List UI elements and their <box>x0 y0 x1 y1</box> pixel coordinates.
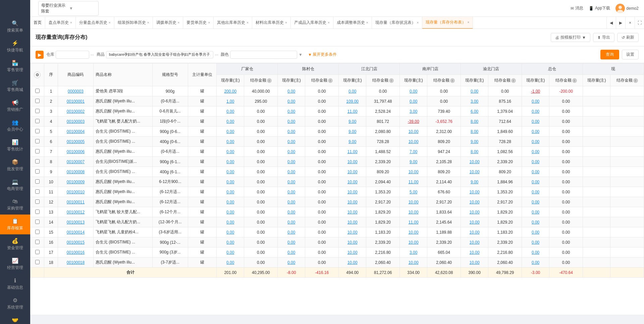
row-wh4-qty[interactable]: 10.00 <box>400 207 427 217</box>
row-wh1-qty[interactable]: 0.00 <box>217 227 244 237</box>
row-wh5-qty[interactable]: 6.00 <box>461 106 488 117</box>
row-wh5-qty[interactable]: 10.00 <box>461 187 488 197</box>
row-wh3-qty[interactable]: 10.00 <box>339 157 366 167</box>
row-wh4-qty[interactable]: -39.00 <box>400 117 427 127</box>
tab-stocktake-history[interactable]: 盘点单历史 × <box>45 17 76 29</box>
row-wh4-qty[interactable]: 0.00 <box>400 86 427 96</box>
row-wh4-qty[interactable]: 7.00 <box>400 147 427 157</box>
row-code[interactable]: 00100003 <box>58 117 94 127</box>
tab-material-outbound[interactable]: 材料出库单历史 × <box>252 17 291 29</box>
sidebar-item-collab[interactable]: 🤝 企业协同 <box>0 314 30 324</box>
row-total-qty[interactable]: 0.00 <box>522 167 549 177</box>
row-wh3-qty[interactable]: 10.00 <box>339 227 366 237</box>
row-total-qty[interactable]: 0.00 <box>522 106 549 117</box>
row-wh2-qty[interactable]: 0.00 <box>278 127 305 137</box>
row-wh3-qty[interactable]: 10.00 <box>339 217 366 227</box>
row-code[interactable]: 00100010 <box>58 187 94 197</box>
row-code[interactable]: 00100012 <box>58 207 94 217</box>
row-wh1-qty[interactable]: 0.00 <box>217 117 244 127</box>
row-code[interactable]: 00100006 <box>58 147 94 157</box>
refresh-button[interactable]: ↺ 刷新 <box>617 33 639 42</box>
sidebar-item-members[interactable]: 👥 会员中心 <box>0 116 30 136</box>
sidebar-item-mall[interactable]: 🛒 零售商城 <box>0 76 30 96</box>
row-wh2-qty[interactable]: 0.00 <box>278 147 305 157</box>
user-area[interactable]: demo2 <box>615 4 639 13</box>
row-wh1-qty[interactable]: 0.00 <box>217 207 244 217</box>
row-wh5-qty[interactable]: 10.00 <box>461 237 488 247</box>
expand-more-button[interactable]: ▼ 展开更多条件 <box>308 52 337 57</box>
tab-close-icon[interactable]: × <box>417 21 419 25</box>
row-wh3-qty[interactable]: 10.00 <box>339 177 366 187</box>
row-wh5-qty[interactable]: 10.00 <box>461 157 488 167</box>
sidebar-item-retail[interactable]: 🏪 零售管理 <box>0 56 30 76</box>
row-code[interactable]: 00100011 <box>58 197 94 207</box>
row-total-qty[interactable]: 0.00 <box>522 147 549 157</box>
row-wh5-qty[interactable]: 8.00 <box>461 117 488 127</box>
row-code[interactable]: 00100014 <box>58 227 94 237</box>
row-total-qty[interactable]: 0.00 <box>522 157 549 167</box>
table-container[interactable]: ⚙ 序 商品编码 商品名称 规格型号 主计量单位 厂家仓 陈村仓 江北门店 南岸… <box>30 63 644 315</box>
row-wh1-qty[interactable]: 0.00 <box>217 127 244 137</box>
row-wh4-qty[interactable]: 11.00 <box>400 177 427 187</box>
tab-inventory-distribution[interactable]: 现存量（库存分布表） × <box>422 17 473 29</box>
tab-close-icon[interactable]: × <box>467 20 469 24</box>
row-code[interactable]: 00100004 <box>58 127 94 137</box>
query-button[interactable]: 查询 <box>600 50 619 59</box>
row-wh3-qty[interactable]: 10.00 <box>339 167 366 177</box>
row-wh4-qty[interactable]: 10.00 <box>400 197 427 207</box>
row-total-qty[interactable]: 0.00 <box>522 237 549 247</box>
row-total-qty[interactable]: 0.00 <box>522 197 549 207</box>
row-total-qty[interactable]: 0.00 <box>522 117 549 127</box>
tab-close-icon[interactable]: × <box>328 21 330 25</box>
row-wh1-qty[interactable]: 0.00 <box>217 167 244 177</box>
row-checkbox[interactable] <box>31 157 44 167</box>
row-checkbox[interactable] <box>31 127 44 137</box>
row-wh2-qty[interactable]: 0.00 <box>278 167 305 177</box>
row-wh2-qty[interactable]: 0.00 <box>278 197 305 207</box>
message-button[interactable]: ✉ 消息 <box>571 5 583 11</box>
row-wh3-qty[interactable]: 11.00 <box>339 106 366 117</box>
row-checkbox[interactable] <box>31 237 44 247</box>
tab-close-icon[interactable]: × <box>366 21 368 25</box>
info-icon[interactable]: i <box>633 78 638 83</box>
info-icon[interactable]: i <box>511 78 516 83</box>
row-wh3-qty[interactable]: 10.00 <box>339 187 366 197</box>
row-code[interactable]: 00100001 <box>58 96 94 106</box>
row-code[interactable]: 00100002 <box>58 106 94 117</box>
row-wh3-qty[interactable]: 10.00 <box>339 207 366 217</box>
product-dots[interactable]: ··· <box>215 52 218 57</box>
row-wh2-qty[interactable]: 0.00 <box>278 177 305 187</box>
row-checkbox[interactable] <box>31 147 44 157</box>
tab-requisition-history[interactable]: 要货单历史 × <box>183 17 214 29</box>
row-wh1-qty[interactable]: 200.00 <box>217 86 244 96</box>
tab-qty-stocktake-history[interactable]: 分量盘点单历史 × <box>76 17 114 29</box>
row-wh3-qty[interactable]: 9.00 <box>339 127 366 137</box>
sidebar-item-ecommerce[interactable]: 💻 电商管理 <box>0 175 30 195</box>
filter-toggle-button[interactable]: ▶ <box>36 51 44 59</box>
row-wh5-qty[interactable]: 8.00 <box>461 147 488 157</box>
row-checkbox[interactable] <box>31 117 44 127</box>
nav-close-button[interactable]: × <box>625 17 635 29</box>
row-wh3-qty[interactable]: 0.00 <box>339 86 366 96</box>
color-input[interactable] <box>230 51 297 59</box>
row-wh3-qty[interactable]: 10.00 <box>339 258 366 268</box>
row-wh2-qty[interactable]: 0.00 <box>278 227 305 237</box>
row-wh1-qty[interactable]: 0.00 <box>217 237 244 247</box>
row-wh5-qty[interactable]: 10.00 <box>461 167 488 177</box>
row-wh1-qty[interactable]: 0.00 <box>217 106 244 117</box>
settings-button[interactable]: 设置 <box>622 50 639 59</box>
row-wh4-qty[interactable]: 10.00 <box>400 237 427 247</box>
row-wh5-qty[interactable]: 10.00 <box>461 217 488 227</box>
row-wh1-qty[interactable]: 0.00 <box>217 217 244 227</box>
nav-next-button[interactable]: ▶ <box>616 17 625 29</box>
row-wh4-qty[interactable]: 9.00 <box>400 157 427 167</box>
tab-cost-adjust[interactable]: 成本调整单历史 × <box>333 17 372 29</box>
row-total-qty[interactable]: 0.00 <box>522 177 549 187</box>
row-wh1-qty[interactable]: 0.00 <box>217 247 244 258</box>
row-wh4-qty[interactable]: 3.00 <box>400 247 427 258</box>
row-wh5-qty[interactable]: 10.00 <box>461 227 488 237</box>
row-total-qty[interactable]: -1.00 <box>522 86 549 96</box>
row-wh2-qty[interactable]: 0.00 <box>278 217 305 227</box>
row-wh1-qty[interactable]: 0.00 <box>217 137 244 147</box>
row-wh2-qty[interactable]: 0.00 <box>278 187 305 197</box>
